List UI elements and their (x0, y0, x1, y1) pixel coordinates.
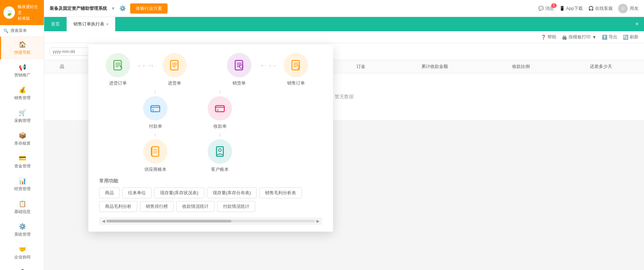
customer-ledger-icon (208, 139, 232, 164)
payment-icon: ¥ (143, 96, 168, 121)
sidebar-item-basic-info[interactable]: 📋基础信息 (0, 196, 44, 219)
sidebar-item-quick-nav[interactable]: 🏠快捷导航 (0, 37, 44, 59)
search-menu[interactable]: 🔍 搜索菜单 (0, 25, 44, 37)
svg-point-29 (219, 149, 221, 151)
common-btn-销售排行榜[interactable]: 销售排行榜 (140, 201, 174, 212)
operations-icon: 📊 (19, 177, 26, 185)
message-badge: 6 (551, 3, 557, 8)
common-btns-container: 商品往来单位现存量(库存状况表)现存量(库存分布表)销售毛利分析表商品毛利分析销… (99, 187, 322, 212)
avatar: U (618, 4, 628, 13)
scroll-left-btn[interactable]: ◀ (102, 219, 105, 223)
purchase-label: 采购管理 (14, 118, 31, 124)
service-icon: 🎧 (588, 6, 594, 11)
app-download-btn[interactable]: 📱 App下载 (559, 5, 583, 12)
system-icon: ⚙️ (19, 223, 26, 230)
tab-close-icon[interactable]: × (106, 22, 108, 26)
scroll-track (106, 220, 315, 222)
online-service-btn[interactable]: 🎧 在线客服 (588, 5, 613, 12)
supplier-ledger-icon (143, 139, 168, 164)
sidebar-item-beginner[interactable]: 🎓新手引导 (0, 264, 44, 270)
flow-node-sales-bill[interactable]: 销货单 (221, 53, 258, 86)
nav-close-btn[interactable]: × (630, 21, 644, 27)
sidebar-item-operations[interactable]: 📊经营管理 (0, 173, 44, 196)
common-btn-往来单位[interactable]: 往来单位 (122, 187, 152, 198)
sales-label: 销售管理 (14, 95, 31, 101)
modal-box: 进货订单 - - → 进货单 (88, 45, 333, 232)
sidebar-item-enterprise[interactable]: 🤝企业协同 (0, 241, 44, 264)
quick-nav-icon: 🏠 (19, 41, 26, 48)
scroll-right-btn[interactable]: ▶ (316, 219, 319, 223)
supplier-ledger-label: 供应商账本 (144, 166, 167, 173)
message-icon: 💬 (538, 6, 544, 11)
experience-button[interactable]: 体验行业方案 (130, 3, 168, 14)
sales-icon: 💰 (19, 86, 26, 94)
col2-flow: ↓ ¥ 收款单 ↓ (201, 86, 239, 173)
sidebar-item-finance[interactable]: 💳资金管理 (0, 150, 44, 173)
common-btn-销售毛利分析表[interactable]: 销售毛利分析表 (259, 187, 302, 198)
receipt-label: 收款单 (213, 123, 227, 129)
common-btn-商品[interactable]: 商品 (99, 187, 120, 198)
sidebar-item-inventory[interactable]: 📦库存核算 (0, 128, 44, 150)
finance-icon: 💳 (19, 155, 26, 162)
flow-node-supplier-ledger[interactable]: 供应商账本 (137, 139, 174, 173)
flow-node-customer-ledger[interactable]: 客户账本 (201, 139, 239, 173)
col1-flow: ↓ ¥ 付款单 ↓ (137, 86, 174, 173)
user-name: 用友 (630, 5, 639, 12)
quick-nav-label: 快捷导航 (14, 50, 31, 55)
sales-bill-label: 销货单 (232, 80, 246, 86)
receipt-icon: ¥ (208, 96, 232, 121)
inventory-icon: 📦 (19, 132, 26, 139)
flow-node-sales-order[interactable]: 销售订单 (277, 53, 315, 86)
common-btn-现存量(库存状况表)[interactable]: 现存量(库存状况表) (154, 187, 204, 198)
finance-label: 资金管理 (14, 163, 31, 169)
flow-node-receipt[interactable]: ¥ 收款单 (201, 96, 239, 129)
common-btn-现存量(库存分布表)[interactable]: 现存量(库存分布表) (207, 187, 257, 198)
search-icon: 🔍 (3, 29, 8, 33)
sidebar-item-purchase[interactable]: 🛒采购管理 (0, 105, 44, 128)
inventory-label: 库存核算 (14, 141, 31, 146)
svg-rect-24 (151, 147, 152, 156)
operations-label: 经营管理 (14, 186, 31, 192)
message-btn[interactable]: 💬 消息 6 (538, 5, 554, 12)
sidebar-item-marketing[interactable]: 📢营销推广 (0, 59, 44, 82)
purchase-icon: 🛒 (19, 109, 26, 116)
common-btn-付款情况统计[interactable]: 付款情况统计 (217, 201, 255, 212)
svg-rect-20 (152, 147, 159, 156)
basic-info-icon: 📋 (19, 200, 26, 208)
tab-sales-order-execution[interactable]: 销售订单执行表 × (67, 17, 115, 31)
settings-icon[interactable]: ⚙️ (119, 5, 126, 12)
payment-label: 付款单 (149, 123, 162, 129)
basic-info-label: 基础信息 (14, 209, 31, 215)
flow-middle-section: ↓ ¥ 付款单 ↓ (99, 86, 322, 173)
sidebar: 🍃 畅康通好生意 标准版 🔍 搜索菜单 🏠快捷导航📢营销推广💰销售管理🛒采购管理… (0, 0, 44, 270)
flow-top-row: 进货订单 - - → 进货单 (99, 53, 322, 86)
modal-overlay: 进货订单 - - → 进货单 (44, 31, 644, 270)
svg-text:¥: ¥ (216, 108, 219, 112)
sales-order-label: 销售订单 (287, 80, 305, 86)
top-bar-right: 💬 消息 6 📱 App下载 🎧 在线客服 U 用友 (538, 4, 639, 13)
arrow-2: ← - - (258, 53, 277, 70)
flow-node-purchase-bill[interactable]: 进货单 (156, 53, 193, 86)
system-name: 装备及固定资产辅助管理系统 (50, 5, 107, 12)
flow-node-purchase-order[interactable]: 进货订单 (99, 53, 137, 86)
enterprise-label: 企业协同 (14, 254, 31, 260)
svg-text:¥: ¥ (152, 108, 154, 112)
logo-icon: 🍃 (3, 6, 15, 19)
purchase-bill-label: 进货单 (168, 80, 181, 86)
common-btn-商品毛利分析[interactable]: 商品毛利分析 (99, 201, 137, 212)
marketing-label: 营销推广 (14, 72, 31, 78)
enterprise-icon: 🤝 (19, 246, 26, 253)
sidebar-item-system[interactable]: ⚙️系统管理 (0, 219, 44, 241)
user-menu[interactable]: U 用友 (618, 4, 639, 13)
top-bar: 装备及固定资产辅助管理系统 ▼ ⚙️ 体验行业方案 💬 消息 6 📱 App下载… (44, 0, 644, 17)
logo-area: 🍃 畅康通好生意 标准版 (0, 0, 44, 25)
flow-node-payment[interactable]: ¥ 付款单 (137, 96, 174, 129)
arrow-down-3: ↓ (154, 131, 157, 138)
tab-home[interactable]: 首页 (44, 17, 67, 31)
sidebar-item-sales[interactable]: 💰销售管理 (0, 82, 44, 105)
arrow-down-4: ↓ (219, 131, 222, 138)
scroll-thumb[interactable] (106, 220, 231, 222)
active-tab-label: 销售订单执行表 (73, 21, 104, 27)
system-dropdown-icon[interactable]: ▼ (111, 6, 115, 11)
common-btn-收款情况统计[interactable]: 收款情况统计 (176, 201, 214, 212)
